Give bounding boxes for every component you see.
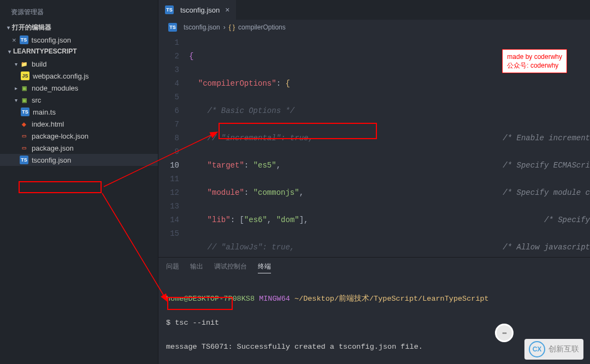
html-icon: ◆ (20, 120, 28, 128)
ts-icon: TS (21, 108, 30, 116)
file-tsconfig[interactable]: ▾ TS tsconfig.json (0, 154, 158, 166)
tab-tsconfig[interactable]: TS tsconfig.json × (158, 0, 236, 20)
tab-output[interactable]: 输出 (190, 262, 203, 273)
watermark: made by coderwhy 公众号: coderwhy (502, 49, 567, 73)
folder-icon: ▣ (20, 96, 28, 104)
file-index-html[interactable]: ▾ ◆ index.html (0, 118, 158, 130)
js-icon: JS (21, 71, 30, 80)
chevron-down-icon: ▾ (12, 97, 20, 103)
open-editors-header[interactable]: ▾ 打开的编辑器 (0, 21, 158, 34)
chevron-down-icon: ▾ (5, 49, 13, 55)
ts-icon: TS (165, 5, 174, 14)
folder-src[interactable]: ▾ ▣ src (0, 94, 158, 106)
open-editor-item[interactable]: × TS tsconfig.json (0, 34, 158, 46)
chevron-right-icon: › (223, 23, 226, 31)
folder-icon: 📁 (20, 59, 28, 68)
folder-icon: ▣ (20, 83, 28, 92)
json-icon: ▭ (20, 144, 28, 152)
explorer-sidebar: 资源管理器 ▾ 打开的编辑器 × TS tsconfig.json ▾ LEAR… (0, 0, 158, 364)
folder-node-modules[interactable]: ▸ ▣ node_modules (0, 82, 158, 94)
close-icon[interactable]: × (225, 5, 229, 14)
file-webpack[interactable]: JS webpack.config.js (0, 70, 158, 82)
editor-tabs: TS tsconfig.json × (158, 0, 590, 20)
file-main-ts[interactable]: TS main.ts (0, 106, 158, 118)
explorer-title: 资源管理器 (0, 3, 158, 21)
breadcrumb[interactable]: TS tsconfig.json › { } compilerOptions (158, 20, 590, 35)
chat-icon[interactable] (495, 324, 514, 342)
chevron-down-icon: ▾ (12, 61, 20, 67)
project-header[interactable]: ▾ LEARNTYPESCRIPT (0, 46, 158, 57)
chevron-right-icon: ▸ (12, 85, 20, 91)
line-numbers: 123 456 789 101112 131415 (158, 35, 189, 257)
json-icon: ▭ (20, 132, 28, 140)
file-package-json[interactable]: ▾ ▭ package.json (0, 142, 158, 154)
chevron-down-icon: ▾ (4, 25, 12, 31)
file-package-lock[interactable]: ▾ ▭ package-lock.json (0, 130, 158, 142)
tab-terminal[interactable]: 终端 (258, 262, 271, 273)
terminal-tabs: 问题 输出 调试控制台 终端 (158, 258, 590, 278)
brand-logo: CX 创新互联 (524, 339, 583, 360)
ts-icon: TS (168, 23, 177, 32)
folder-build[interactable]: ▾ 📁 build (0, 58, 158, 70)
ts-icon: TS (20, 35, 28, 44)
tab-debug[interactable]: 调试控制台 (214, 262, 247, 273)
tab-problems[interactable]: 问题 (166, 262, 179, 273)
ts-icon: TS (20, 156, 28, 164)
